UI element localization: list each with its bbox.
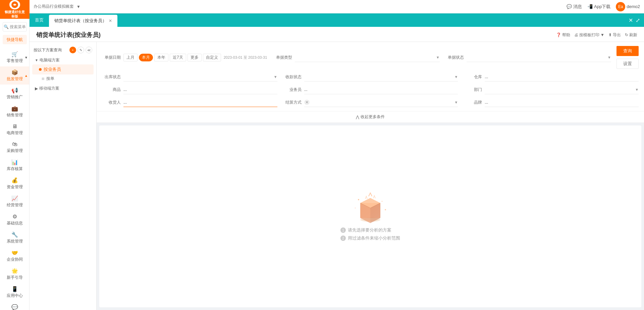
nav-label-purchase: 采购管理 bbox=[7, 148, 23, 154]
doc-type-dropdown[interactable]: ▼ bbox=[295, 53, 439, 62]
nav-item-wholesale[interactable]: 📦 批发管理 ▲ bbox=[0, 66, 29, 85]
empty-content: 1 请先选择要分析的方案 2 用过滤条件来缩小分析范围 bbox=[340, 190, 400, 243]
collapse-scheme-button[interactable]: ≪ bbox=[86, 47, 92, 53]
date-btn-this-month[interactable]: 本月 bbox=[139, 54, 153, 61]
nav-label-inventory: 库存核算 bbox=[7, 166, 23, 172]
nav-item-appstore[interactable]: 📱 应用中心 bbox=[0, 283, 29, 301]
date-btn-more[interactable]: 更多 bbox=[187, 54, 202, 61]
filter-rows: 单据日期 上月 本月 本年 近7天 更多 自定义 2023-03-01 至 20… bbox=[97, 42, 644, 111]
collapse-more-button[interactable]: ⋀ 收起更多条件 bbox=[356, 114, 385, 120]
search-menu-button[interactable]: 🔍 搜索菜单 bbox=[3, 22, 27, 32]
date-btn-this-year[interactable]: 本年 bbox=[154, 54, 168, 61]
nav-item-enterprise[interactable]: 🤝 企业协同 bbox=[0, 247, 29, 265]
department-dropdown[interactable]: ▼ bbox=[485, 85, 639, 94]
mobile-section-toggle[interactable]: ▶ 移动端方案 bbox=[32, 84, 94, 93]
export-button[interactable]: ⬆ 导出 bbox=[608, 32, 621, 38]
settlement-clear-btn[interactable]: ✕ bbox=[304, 100, 310, 105]
settings-button[interactable]: 设置 bbox=[616, 59, 639, 69]
receiver-input[interactable]: ... bbox=[123, 98, 277, 107]
doc-status-dropdown[interactable]: ▼ bbox=[467, 53, 611, 62]
nav-label-finance: 资金管理 bbox=[7, 184, 23, 190]
nav-label-system: 系统管理 bbox=[7, 239, 23, 244]
tab-close-button[interactable]: ✕ bbox=[109, 18, 112, 23]
nav-label-basic: 基础信息 bbox=[7, 220, 23, 226]
settlement-arrow-icon: ▼ bbox=[454, 100, 458, 104]
nav-item-retail[interactable]: 🛒 零售管理 ▼ bbox=[0, 48, 29, 66]
salesperson-filter: 业务员 ... bbox=[283, 85, 458, 94]
page-title: 销货单统计表(按业务员) bbox=[36, 31, 101, 39]
nav-item-sales[interactable]: 💼 销售管理 bbox=[0, 103, 29, 121]
quick-nav-button[interactable]: 快捷导航 bbox=[3, 35, 27, 44]
settlement-label: 结算方式 bbox=[283, 100, 302, 105]
print-button[interactable]: 🖨 按模板打印 ▼ bbox=[574, 32, 604, 38]
svg-point-11 bbox=[385, 209, 386, 210]
nav-item-guide[interactable]: 🌟 新手引导 bbox=[0, 265, 29, 283]
edit-scheme-button[interactable]: ✎ bbox=[77, 47, 84, 53]
section-arrow-down-icon: ▼ bbox=[35, 58, 38, 62]
user-area[interactable]: Ea demo2 bbox=[616, 2, 640, 11]
brand-label: 品牌 bbox=[463, 100, 482, 105]
nav-item-inventory[interactable]: 📊 库存核算 bbox=[0, 156, 29, 174]
date-btn-last-month[interactable]: 上月 bbox=[123, 54, 138, 61]
salesperson-input[interactable]: ... bbox=[304, 85, 458, 94]
breadcrumb-dropdown-icon[interactable]: ▼ bbox=[76, 4, 80, 9]
management-icon: 📈 bbox=[11, 195, 18, 202]
settlement-dropdown[interactable]: ✕ ▼ bbox=[304, 98, 458, 107]
chevron-down-icon: ▼ bbox=[24, 56, 28, 59]
nav-label-enterprise: 企业协同 bbox=[7, 257, 23, 262]
wholesale-icon: 📦 bbox=[11, 69, 18, 75]
app-download-button[interactable]: 📲 App下载 bbox=[587, 4, 610, 10]
nav-item-ecommerce[interactable]: 🖥 电商管理 bbox=[0, 121, 29, 139]
download-icon: 📲 bbox=[587, 4, 593, 9]
goods-value: ... bbox=[123, 87, 127, 92]
print-dropdown-icon: ▼ bbox=[600, 33, 604, 37]
empty-illustration bbox=[350, 190, 390, 223]
topbar: 办公用品行业模拟账套 ▼ 💬 消息 📲 App下载 Ea demo2 bbox=[30, 0, 644, 13]
scheme-sub-item-by-order[interactable]: ⊞ 按单 bbox=[32, 74, 94, 83]
date-range-text: 2023-03-01 至 2023-03-31 bbox=[224, 55, 267, 60]
tab-actions: ✕ ⤢ bbox=[625, 17, 644, 23]
nav-item-marketing[interactable]: 📢 营销推广 bbox=[0, 85, 29, 103]
page-actions: ❓ 帮助 🖨 按模板打印 ▼ ⬆ 导出 ↻ 刷新 bbox=[556, 32, 637, 38]
goods-input[interactable]: ... bbox=[123, 85, 277, 94]
app-name: 畅捷通好生意 bbox=[5, 10, 25, 14]
filter-row-4: 收货人 ... 结算方式 ✕ ▼ bbox=[102, 98, 639, 107]
help-button[interactable]: ❓ 帮助 bbox=[556, 32, 570, 38]
nav-item-basic[interactable]: ⚙ 基础信息 bbox=[0, 211, 29, 229]
query-button[interactable]: 查询 bbox=[616, 46, 639, 56]
goods-label: 商品 bbox=[102, 87, 121, 93]
nav-item-wechat[interactable]: 💬 企业微信 bbox=[0, 301, 29, 310]
refresh-button[interactable]: ↻ 刷新 bbox=[625, 32, 637, 38]
scheme-label-order: 按单 bbox=[46, 76, 54, 82]
warehouse-input[interactable]: ... bbox=[485, 72, 639, 82]
quick-nav-label: 快捷导航 bbox=[7, 37, 23, 43]
scheme-item-by-salesperson[interactable]: 按业务员 bbox=[32, 64, 94, 74]
nav-label-management: 经营管理 bbox=[7, 202, 23, 208]
out-status-arrow-icon: ▼ bbox=[274, 75, 277, 79]
inventory-icon: 📊 bbox=[11, 159, 18, 165]
add-scheme-button[interactable]: + bbox=[69, 47, 76, 53]
tab-expand-icon[interactable]: ⤢ bbox=[636, 17, 640, 23]
search-icon: 🔍 bbox=[4, 24, 9, 29]
app-download-label: App下载 bbox=[594, 4, 610, 10]
nav-item-management[interactable]: 📈 经营管理 bbox=[0, 193, 29, 211]
date-btn-custom[interactable]: 自定义 bbox=[203, 54, 221, 61]
messages-button[interactable]: 💬 消息 bbox=[567, 4, 582, 10]
tab-close-all-icon[interactable]: ✕ bbox=[629, 17, 633, 23]
nav-item-finance[interactable]: 💰 资金管理 bbox=[0, 174, 29, 193]
marketing-icon: 📢 bbox=[11, 87, 18, 94]
export-label: 导出 bbox=[613, 32, 621, 38]
breadcrumb-text: 办公用品行业模拟账套 bbox=[34, 4, 74, 9]
wechat-icon: 💬 bbox=[11, 304, 18, 310]
receiver-filter: 收货人 ... bbox=[102, 98, 277, 107]
brand-input[interactable]: ... bbox=[485, 98, 639, 107]
tab-home[interactable]: 首页 bbox=[30, 13, 49, 27]
empty-tips: 1 请先选择要分析的方案 2 用过滤条件来缩小分析范围 bbox=[340, 227, 400, 243]
nav-item-purchase[interactable]: 🛍 采购管理 bbox=[0, 139, 29, 156]
collection-status-dropdown[interactable]: ▼ bbox=[304, 72, 458, 82]
desktop-section-toggle[interactable]: ▼ 电脑端方案 bbox=[32, 56, 94, 64]
date-btn-last-7days[interactable]: 近7天 bbox=[170, 54, 186, 61]
nav-item-system[interactable]: 🔧 系统管理 bbox=[0, 229, 29, 247]
tab-sales-stats[interactable]: 销货单统计表（按业务员） ✕ bbox=[49, 15, 117, 27]
out-status-dropdown[interactable]: ▼ bbox=[123, 72, 277, 82]
